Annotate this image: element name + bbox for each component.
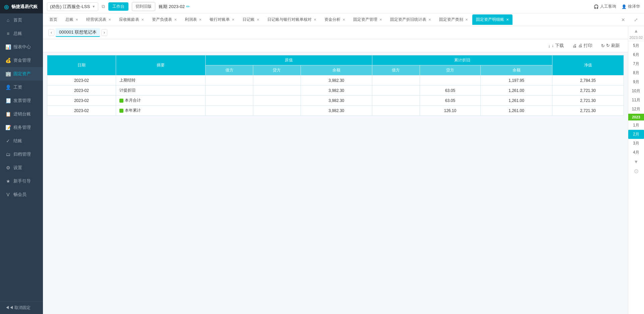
date-panel-month-6[interactable]: 6月 <box>628 50 644 59</box>
service-label: 人工客询 <box>600 4 616 9</box>
sidebar-item-ledger[interactable]: ≡ 总账 <box>0 27 43 40</box>
tab-label: 首页 <box>49 17 57 22</box>
sidebar-item-home[interactable]: ⌂ 首页 <box>0 13 43 27</box>
tab-close-icon[interactable]: ✕ <box>342 18 345 21</box>
sidebar-item-settings[interactable]: ⚙ 设置 <box>0 161 43 174</box>
tab-fixed-depreciation-stat[interactable]: 固定资产折旧统计表 ✕ <box>386 14 435 25</box>
tab-close-all-button[interactable]: ✕ <box>618 16 629 24</box>
breadcrumb-next-button[interactable]: › <box>101 29 107 36</box>
service-button[interactable]: 🎧 人工客询 <box>594 4 616 9</box>
tab-close-icon[interactable]: ✕ <box>257 18 259 21</box>
tab-close-icon[interactable]: ✕ <box>379 18 382 21</box>
tab-close-icon[interactable]: ✕ <box>75 18 78 21</box>
tab-close-icon[interactable]: ✕ <box>174 18 177 21</box>
tab-fixed-category[interactable]: 固定资产类别 ✕ <box>435 14 472 25</box>
table-row: 2023-02 本月合计 3,982.30 63.05 1,261.00 2,7… <box>47 96 624 106</box>
tab-assets-liabilities[interactable]: 资产负债表 ✕ <box>148 14 180 25</box>
col-net-value: 净值 <box>552 55 624 75</box>
fixed-asset-detail-table: 日期 摘要 原值 累计折旧 净值 借方 贷方 余额 借方 贷方 余额 <box>47 55 624 116</box>
company-selector[interactable]: (劝告) 江西服垒-LSS ▼ <box>47 2 98 11</box>
date-panel-month-3[interactable]: 3月 <box>628 139 644 148</box>
date-panel-month-2[interactable]: 2月 <box>628 130 644 139</box>
sidebar-item-settlement[interactable]: ✓ 结账 <box>0 134 43 148</box>
tab-close-icon[interactable]: ✕ <box>108 18 111 21</box>
sidebar-item-label: 税务管理 <box>13 124 31 130</box>
cell-accum-debit <box>372 106 420 116</box>
sidebar-item-fixed-assets[interactable]: 🏢 固定资产 <box>0 67 43 81</box>
date-panel-scroll-up-button[interactable]: ▲ <box>633 28 639 34</box>
cell-summary: 上期结转 <box>116 75 206 86</box>
tab-receivable[interactable]: 应收账龄表 ✕ <box>115 14 148 25</box>
date-panel-scroll-down-button[interactable]: ▼ <box>633 158 639 165</box>
print-button[interactable]: 🖨 🖨 打印 <box>570 41 595 50</box>
cell-orig-credit <box>253 106 301 116</box>
date-panel-month-11[interactable]: 11月 <box>628 96 644 105</box>
date-panel-month-10[interactable]: 10月 <box>628 87 644 96</box>
date-panel-month-8[interactable]: 8月 <box>628 68 644 77</box>
workbench-button[interactable]: 工作台 <box>108 2 128 11</box>
date-panel-month-4[interactable]: 4月 <box>628 148 644 157</box>
sidebar-item-label: 资金管理 <box>13 57 31 63</box>
period-label: 账期 <box>159 4 167 10</box>
date-panel-month-5[interactable]: 5月 <box>628 41 644 50</box>
sidebar-item-vip[interactable]: V 畅会员 <box>0 188 43 201</box>
tab-home[interactable]: 首页 <box>46 14 61 25</box>
sidebar-item-reports[interactable]: 📊 报表中心 <box>0 40 43 54</box>
refresh-label: ↻ 刷新 <box>606 43 620 49</box>
tab-fixed-mgmt[interactable]: 固定资产管理 ✕ <box>350 14 386 25</box>
tab-expand-button[interactable]: ⤢ <box>631 16 641 24</box>
tab-business-status[interactable]: 经营状况表 ✕ <box>83 14 115 25</box>
tab-ledger[interactable]: 总账 ✕ <box>62 14 82 25</box>
sidebar-unpin[interactable]: ◀◀ 取消固定 <box>0 301 43 314</box>
tab-bank-statement[interactable]: 银行对账单 ✕ <box>206 14 238 25</box>
date-panel-settings-icon[interactable]: ⚙ <box>634 168 639 175</box>
tab-close-icon[interactable]: ✕ <box>506 18 509 21</box>
date-panel-month-9[interactable]: 9月 <box>628 77 644 87</box>
sidebar-item-purchase-sales[interactable]: 📋 进销台账 <box>0 107 43 121</box>
cell-net-value: 2,721.30 <box>552 96 624 106</box>
date-panel: ▲ 2023.02 5月 6月 7月 8月 9月 10月 11月 12月 202… <box>628 26 644 314</box>
cell-accum-credit: 63.05 <box>420 96 481 106</box>
user-name: 徐泽华 <box>628 4 640 9</box>
sidebar-item-newbie[interactable]: ★ 新手引导 <box>0 174 43 188</box>
tab-close-icon[interactable]: ✕ <box>232 18 234 21</box>
sidebar-item-funds[interactable]: 💰 资金管理 <box>0 54 43 67</box>
user-profile[interactable]: 👤 徐泽华 <box>622 4 640 9</box>
period-edit-icon[interactable]: ✏ <box>186 4 190 9</box>
tab-fund-analysis[interactable]: 资金分析 ✕ <box>321 14 349 25</box>
tab-close-icon[interactable]: ✕ <box>428 18 431 21</box>
sidebar-item-archive[interactable]: 🗂 归档管理 <box>0 148 43 161</box>
date-panel-month-12[interactable]: 12月 <box>628 105 644 114</box>
cell-date: 2023-02 <box>47 96 116 106</box>
company-name: (劝告) 江西服垒-LSS <box>50 4 90 10</box>
tab-bank-check[interactable]: 日记账与银行对账单核对 ✕ <box>264 14 320 25</box>
date-panel-month-7[interactable]: 7月 <box>628 59 644 68</box>
refresh-button[interactable]: ↻ ↻ 刷新 <box>598 41 623 50</box>
sidebar-item-payroll[interactable]: 👤 工资 <box>0 81 43 94</box>
tab-label: 利润表 <box>185 17 197 22</box>
tab-journal[interactable]: 日记账 ✕ <box>239 14 263 25</box>
switch-version-button[interactable]: 切到旧版 <box>132 2 155 11</box>
tab-close-icon[interactable]: ✕ <box>314 18 316 21</box>
tab-profit[interactable]: 利润表 ✕ <box>181 14 205 25</box>
sidebar-item-tax[interactable]: 📝 税务管理 <box>0 121 43 134</box>
tab-close-icon[interactable]: ✕ <box>141 18 144 21</box>
summary-badge <box>119 99 123 103</box>
download-button[interactable]: ↓ ↓ 下载 <box>545 41 567 50</box>
fixed-assets-icon: 🏢 <box>5 71 11 76</box>
summary-badge <box>119 109 123 113</box>
cell-orig-debit <box>206 96 253 106</box>
cell-orig-credit <box>253 86 301 96</box>
date-panel-month-1[interactable]: 1月 <box>628 121 644 130</box>
sidebar-item-label: 新手引导 <box>13 178 31 184</box>
date-panel-year-2023-label: 2023 <box>628 114 644 121</box>
tab-label: 固定资产管理 <box>353 17 377 22</box>
tab-label: 日记账与银行对账单核对 <box>267 17 312 22</box>
tab-close-icon[interactable]: ✕ <box>465 18 468 21</box>
breadcrumb-prev-button[interactable]: ‹ <box>48 29 54 36</box>
copy-icon[interactable]: ⧉ <box>102 4 105 9</box>
tab-fixed-detail[interactable]: 固定资产明细账 ✕ <box>472 14 513 25</box>
sidebar-item-invoices[interactable]: 🧾 发票管理 <box>0 94 43 107</box>
tax-icon: 📝 <box>5 125 11 130</box>
tab-close-icon[interactable]: ✕ <box>199 18 202 21</box>
